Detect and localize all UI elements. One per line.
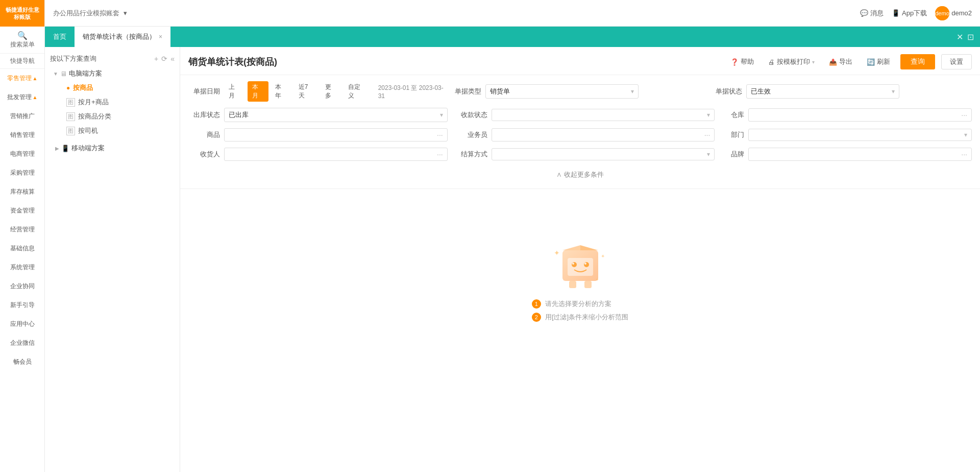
refresh-btn[interactable]: 🔄 刷新 bbox=[863, 55, 894, 68]
warehouse-status-value: 已出库 bbox=[229, 110, 249, 120]
sidebar-item-purchase[interactable]: 采购管理 bbox=[0, 163, 44, 182]
date-btn-this-year[interactable]: 本年 bbox=[271, 81, 292, 102]
wholesale-label: 批发管理 bbox=[7, 93, 32, 102]
sidebar-search[interactable]: 🔍 搜索菜单 bbox=[0, 27, 44, 54]
brand-input[interactable]: ··· bbox=[748, 148, 972, 161]
warehouse-status-dropdown: ▾ bbox=[440, 111, 443, 119]
export-btn[interactable]: 📤 导出 bbox=[825, 55, 856, 68]
app-download-btn[interactable]: 📱 App下载 bbox=[892, 9, 927, 18]
collapse-btn[interactable]: ∧ 收起更多条件 bbox=[188, 167, 972, 182]
sidebar-item-basic[interactable]: 基础信息 bbox=[0, 239, 44, 258]
sidebar-item-system[interactable]: 系统管理 bbox=[0, 258, 44, 277]
product-filter: ··· bbox=[224, 128, 448, 141]
receiver-dots[interactable]: ··· bbox=[437, 150, 443, 158]
receiver-input[interactable]: ··· bbox=[224, 148, 448, 161]
tab-close-action[interactable]: ✕ bbox=[957, 32, 963, 42]
sidebar-item-marketing[interactable]: 营销推广 bbox=[0, 107, 44, 126]
mobile-scheme-header[interactable]: ▶ 📱 移动端方案 bbox=[50, 141, 180, 155]
svg-point-7 bbox=[584, 262, 589, 267]
settlement-input[interactable]: ▾ bbox=[492, 148, 715, 160]
help-btn[interactable]: ❓ 帮助 bbox=[726, 55, 758, 68]
industry-dropdown[interactable]: ▾ bbox=[124, 9, 127, 17]
svg-text:✦: ✦ bbox=[554, 249, 560, 257]
sidebar-item-member[interactable]: 畅会员 bbox=[0, 352, 44, 371]
doc-type-dropdown-icon: ▾ bbox=[631, 88, 634, 95]
sidebar-item-retail[interactable]: 零售管理 ▲ bbox=[0, 69, 44, 88]
warehouse-dots[interactable]: ··· bbox=[961, 111, 967, 119]
settings-button[interactable]: 设置 bbox=[941, 54, 972, 69]
hint-1-num: 1 bbox=[532, 299, 541, 309]
scheme-item-by-month-product[interactable]: 图 按月+商品 bbox=[50, 95, 180, 109]
pc-scheme-header[interactable]: ▼ 🖥 电脑端方案 bbox=[50, 66, 180, 81]
sidebar-item-inventory[interactable]: 库存核算 bbox=[0, 182, 44, 201]
cashier-scheme-icon: 图 bbox=[66, 127, 75, 135]
sidebar-item-ecommerce[interactable]: 电商管理 bbox=[0, 145, 44, 163]
query-button[interactable]: 查询 bbox=[900, 54, 935, 69]
tab-sales-stats[interactable]: 销货单统计表（按商品） × bbox=[75, 27, 170, 47]
product-input[interactable]: ··· bbox=[224, 128, 448, 141]
print-btn[interactable]: 🖨 按模板打印 ▾ bbox=[764, 55, 819, 68]
doc-type-input[interactable]: 销货单 ▾ bbox=[485, 84, 639, 99]
user-avatar-area[interactable]: demo demo2 bbox=[935, 6, 972, 20]
inner-layout: 按以下方案查询 + ⟳ « ▼ 🖥 电脑端方案 ● 按商品 bbox=[45, 47, 980, 472]
empty-hint-2: 2 用[过滤]条件来缩小分析范围 bbox=[532, 313, 628, 322]
message-btn[interactable]: 💬 消息 bbox=[860, 9, 884, 18]
warehouse-filter: ··· bbox=[748, 108, 972, 122]
hint-1-text: 请先选择要分析的方案 bbox=[545, 299, 611, 309]
scheme-item-by-category[interactable]: 图 按商品分类 bbox=[50, 109, 180, 124]
tab-maximize-action[interactable]: ⊡ bbox=[967, 32, 974, 42]
sidebar-item-enterprise[interactable]: 企业协同 bbox=[0, 277, 44, 296]
sidebar-item-apps[interactable]: 应用中心 bbox=[0, 315, 44, 334]
sidebar-item-wechat[interactable]: 企业微信 bbox=[0, 334, 44, 352]
warehouse-input[interactable]: ··· bbox=[748, 108, 972, 122]
svg-rect-10 bbox=[569, 281, 576, 288]
payment-status-input[interactable]: ▾ bbox=[492, 109, 715, 121]
marketing-label: 营销推广 bbox=[10, 112, 35, 121]
scheme-item-by-cashier[interactable]: 图 按司机 bbox=[50, 124, 180, 138]
svg-text:✦: ✦ bbox=[601, 253, 605, 259]
page-header: 销货单统计表(按商品) ❓ 帮助 🖨 按模板打印 ▾ 📤 导出 bbox=[180, 47, 980, 75]
main-panel: 销货单统计表(按商品) ❓ 帮助 🖨 按模板打印 ▾ 📤 导出 bbox=[180, 47, 980, 472]
hint-2-num: 2 bbox=[532, 313, 541, 322]
mobile-icon: 📱 bbox=[61, 145, 69, 152]
doc-status-input[interactable]: 已生效 ▾ bbox=[746, 84, 899, 99]
brand-dots[interactable]: ··· bbox=[961, 150, 967, 158]
date-range-text: 2023-03-01 至 2023-03-31 bbox=[378, 84, 450, 100]
product-dots[interactable]: ··· bbox=[437, 131, 443, 139]
warehouse-status-input[interactable]: 已出库 ▾ bbox=[224, 108, 448, 122]
sidebar-item-sales[interactable]: 销售管理 bbox=[0, 126, 44, 145]
app-icon: 📱 bbox=[892, 9, 900, 17]
add-scheme-icon[interactable]: + bbox=[154, 55, 158, 63]
date-btn-last-month[interactable]: 上月 bbox=[224, 81, 246, 102]
date-btn-custom[interactable]: 自定义 bbox=[344, 81, 371, 102]
scheme-item-by-category-label: 按商品分类 bbox=[78, 112, 111, 121]
retail-expand-arrow: ▲ bbox=[33, 76, 38, 81]
category-scheme-icon: 图 bbox=[66, 112, 75, 121]
refresh-scheme-icon[interactable]: ⟳ bbox=[161, 55, 167, 63]
enterprise-label: 企业协同 bbox=[10, 282, 35, 291]
svg-text:✦: ✦ bbox=[596, 277, 599, 282]
scheme-item-by-cashier-label: 按司机 bbox=[78, 126, 98, 135]
sidebar-item-newbie[interactable]: 新手引导 bbox=[0, 296, 44, 315]
date-label: 单据日期 bbox=[188, 87, 224, 96]
sales-label: 销售管理 bbox=[10, 131, 35, 139]
salesperson-input[interactable]: ··· bbox=[492, 128, 715, 141]
salesperson-dots[interactable]: ··· bbox=[704, 131, 710, 139]
date-btn-more[interactable]: 更多 bbox=[321, 81, 342, 102]
dept-input[interactable]: ▾ bbox=[748, 129, 972, 141]
doc-type-value: 销货单 bbox=[490, 87, 510, 96]
tab-close-icon[interactable]: × bbox=[159, 33, 162, 40]
tab-home[interactable]: 首页 bbox=[45, 27, 75, 47]
sidebar-item-finance[interactable]: 资金管理 bbox=[0, 201, 44, 220]
sidebar-item-operation[interactable]: 经营管理 bbox=[0, 220, 44, 239]
scheme-item-by-product[interactable]: ● 按商品 bbox=[50, 81, 180, 95]
date-btn-this-month[interactable]: 本月 bbox=[248, 81, 269, 102]
tabbar: 首页 销货单统计表（按商品） × ✕ ⊡ bbox=[45, 27, 980, 47]
filter-row-2: 出库状态 已出库 ▾ 收款状态 ▾ 仓库 bbox=[188, 108, 972, 122]
quick-nav[interactable]: 快捷导航 bbox=[0, 54, 44, 69]
date-btn-7days[interactable]: 近7天 bbox=[294, 81, 318, 102]
svg-rect-5 bbox=[568, 258, 593, 276]
collapse-scheme-icon[interactable]: « bbox=[170, 55, 175, 63]
warehouse-status-label: 出库状态 bbox=[188, 110, 224, 120]
sidebar-item-wholesale[interactable]: 批发管理 ▲ bbox=[0, 88, 44, 107]
